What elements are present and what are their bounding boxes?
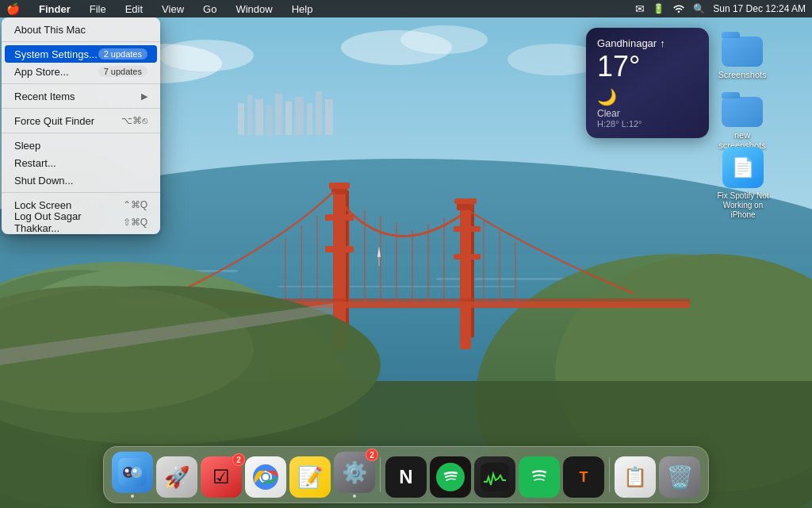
- svg-point-64: [133, 469, 137, 473]
- menu-item-force-quit-shortcut: ⌥⌘⎋: [121, 115, 147, 126]
- dock-item-spotify[interactable]: [430, 456, 471, 498]
- desktop-icon-fix-spotify-label: Fix Spotify Not Working on iPhone: [711, 191, 775, 220]
- menubar-search[interactable]: 🔍: [693, 3, 705, 14]
- svg-point-68: [262, 474, 269, 480]
- menu-item-system-settings-badge: 2 updates: [98, 48, 147, 60]
- dock-item-finder[interactable]: [112, 452, 153, 498]
- weather-widget[interactable]: Gandhinagar ↑ 17° 🌙 Clear H:28° L:12°: [586, 28, 709, 138]
- dock-item-trash[interactable]: 🗑️: [659, 456, 700, 498]
- menubar: 🍎 Finder File Edit View Go Window Help ✉…: [0, 0, 812, 17]
- desktop: 🍎 Finder File Edit View Go Window Help ✉…: [0, 0, 812, 508]
- svg-point-69: [436, 463, 465, 491]
- menubar-battery: 🔋: [653, 3, 665, 14]
- menu-item-about[interactable]: About This Mac: [2, 21, 160, 38]
- svg-rect-12: [285, 102, 292, 135]
- svg-rect-11: [275, 94, 282, 135]
- menu-item-shut-down-label: Shut Down...: [14, 175, 73, 187]
- svg-rect-13: [295, 97, 304, 135]
- desktop-icon-fix-spotify[interactable]: 📄 Fix Spotify Not Working on iPhone: [707, 147, 779, 220]
- weather-condition-text: Clear: [597, 108, 698, 119]
- menu-item-log-out[interactable]: Log Out Sagar Thakkar... ⇧⌘Q: [2, 214, 160, 231]
- menu-item-app-store-label: App Store...: [14, 66, 69, 78]
- apple-menu-dropdown: About This Mac System Settings... 2 upda…: [2, 17, 160, 234]
- menu-item-lock-screen-label: Lock Screen: [14, 199, 71, 211]
- dock-item-notion[interactable]: N: [385, 456, 427, 498]
- svg-rect-7: [238, 103, 244, 135]
- menubar-wifi: [672, 3, 685, 15]
- menu-item-force-quit-label: Force Quit Finder: [14, 115, 94, 127]
- menu-item-restart[interactable]: Restart...: [2, 154, 160, 171]
- svg-rect-39: [454, 198, 477, 204]
- dock-separator-2: [609, 457, 610, 492]
- menu-item-shut-down[interactable]: Shut Down...: [2, 171, 160, 189]
- apple-menu-button[interactable]: 🍎: [6, 2, 20, 15]
- menubar-message-icon: ✉: [635, 2, 645, 15]
- menu-item-restart-label: Restart...: [14, 157, 56, 169]
- menu-item-recent-items-label: Recent Items: [14, 90, 75, 102]
- menu-separator-4: [2, 133, 160, 133]
- dock-item-document[interactable]: 📋: [615, 456, 656, 498]
- svg-rect-37: [454, 254, 481, 260]
- menu-item-system-settings[interactable]: System Settings... 2 updates: [5, 45, 157, 63]
- menu-item-log-out-label: Log Out Sagar Thakkar...: [14, 210, 123, 234]
- dock-item-topnotch[interactable]: T: [563, 456, 604, 498]
- dock-item-settings-dot: [353, 495, 356, 498]
- desktop-icon-new-screenshots[interactable]: new screenshots: [710, 89, 774, 151]
- menubar-view[interactable]: View: [159, 3, 187, 15]
- dock-item-reminders[interactable]: ☑ 2: [201, 456, 242, 498]
- svg-point-5: [400, 25, 488, 54]
- menubar-edit[interactable]: Edit: [122, 3, 146, 15]
- weather-wind-icon: ↑: [660, 37, 665, 49]
- menubar-window[interactable]: Window: [232, 3, 275, 15]
- dock-item-reminders-badge: 2: [232, 453, 245, 466]
- menu-item-sleep[interactable]: Sleep: [2, 137, 160, 154]
- menu-item-about-label: About This Mac: [14, 24, 86, 36]
- dock-item-settings[interactable]: ⚙️ 2: [334, 452, 375, 498]
- svg-rect-8: [247, 95, 252, 135]
- dock: 🚀 ☑ 2: [103, 446, 709, 503]
- svg-rect-33: [329, 183, 350, 189]
- svg-point-62: [131, 467, 142, 478]
- menu-separator-2: [2, 83, 160, 84]
- svg-rect-9: [255, 99, 263, 135]
- svg-rect-35: [471, 206, 474, 337]
- svg-rect-14: [307, 103, 312, 135]
- dock-item-activity-monitor[interactable]: [474, 456, 515, 498]
- desktop-icon-screenshots[interactable]: Screenshots: [710, 29, 774, 80]
- menu-item-recent-items-chevron: ▶: [141, 91, 147, 102]
- weather-city: Gandhinagar ↑: [597, 37, 698, 49]
- menu-item-sleep-label: Sleep: [14, 140, 40, 152]
- menu-item-lock-screen-shortcut: ⌃⌘Q: [123, 199, 147, 210]
- svg-rect-36: [454, 226, 481, 232]
- menubar-go[interactable]: Go: [200, 3, 220, 15]
- menu-item-log-out-shortcut: ⇧⌘Q: [123, 217, 147, 228]
- menu-item-app-store-badge: 7 updates: [98, 66, 147, 77]
- menu-item-app-store[interactable]: App Store... 7 updates: [2, 63, 160, 80]
- svg-point-2: [159, 40, 254, 71]
- svg-rect-10: [266, 105, 272, 135]
- weather-range: H:28° L:12°: [597, 119, 698, 129]
- menubar-datetime: Sun 17 Dec 12:24 AM: [713, 3, 806, 14]
- menu-separator-3: [2, 108, 160, 109]
- svg-rect-15: [316, 91, 322, 135]
- dock-item-notes[interactable]: 📝: [289, 456, 331, 498]
- svg-rect-59: [378, 256, 380, 266]
- menu-separator-1: [2, 41, 160, 42]
- dock-item-settings-badge: 2: [366, 448, 378, 461]
- dock-item-finder-dot: [131, 495, 134, 498]
- menu-item-recent-items[interactable]: Recent Items ▶: [2, 87, 160, 105]
- menubar-file[interactable]: File: [86, 3, 109, 15]
- desktop-icon-screenshots-label: Screenshots: [718, 70, 766, 80]
- svg-rect-16: [325, 99, 333, 135]
- dock-item-chrome[interactable]: [245, 456, 286, 498]
- menu-separator-5: [2, 192, 160, 193]
- menu-item-force-quit[interactable]: Force Quit Finder ⌥⌘⎋: [2, 112, 160, 129]
- menu-item-system-settings-label: System Settings...: [14, 48, 98, 60]
- menubar-help[interactable]: Help: [289, 3, 316, 15]
- dock-item-spotify2[interactable]: [519, 456, 560, 498]
- dock-item-launchpad[interactable]: 🚀: [156, 456, 197, 498]
- weather-condition-icon: 🌙: [597, 87, 698, 106]
- svg-point-63: [125, 469, 129, 473]
- menubar-app-name[interactable]: Finder: [36, 3, 74, 15]
- dock-separator-1: [380, 457, 381, 492]
